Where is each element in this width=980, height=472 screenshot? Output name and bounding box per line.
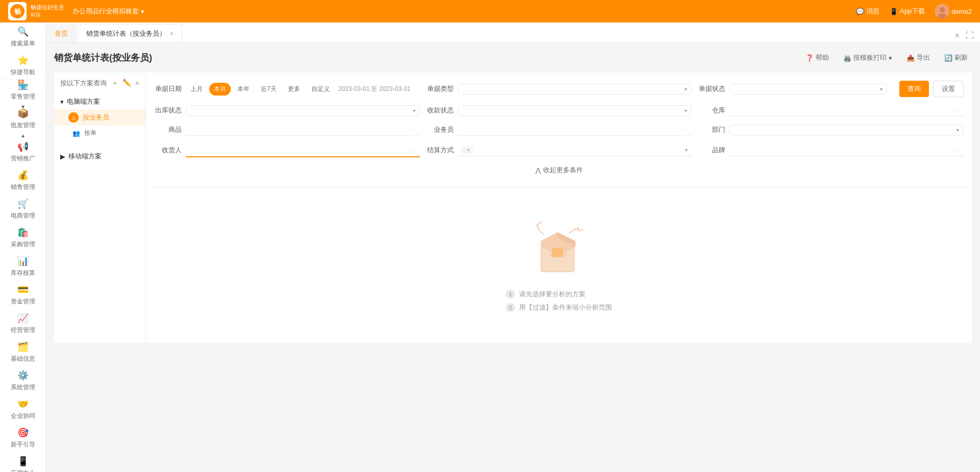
sidebar-basic-label: 基础信息: [11, 355, 35, 363]
brand-dots-icon[interactable]: ···: [954, 146, 960, 154]
settlement-arrow-icon: ▾: [685, 147, 688, 153]
recipient-input[interactable]: ···: [186, 143, 420, 157]
delivery-status-filter-cell: 出库状态 ▾: [154, 105, 420, 116]
settings-button[interactable]: 设置: [933, 81, 964, 97]
sidebar-item-marketing[interactable]: 📢 营销推广: [0, 137, 45, 166]
workplace-selector[interactable]: 办公用品行业模拟账套 ▾: [72, 7, 144, 16]
settlement-tag-close[interactable]: ×: [467, 147, 470, 153]
recipient-dots-icon[interactable]: ···: [410, 146, 416, 154]
wholesale-icon: 📦: [17, 108, 29, 119]
retail-icon: 🏪: [17, 79, 29, 90]
sidebar-item-operations[interactable]: 📈 经营管理: [0, 309, 45, 338]
template-print-button[interactable]: 🖨️ 按模板打印 ▾: [839, 51, 896, 64]
sidebar-purchase-label: 采购管理: [11, 240, 35, 249]
delivery-status-label: 出库状态: [154, 106, 182, 115]
tab-close-icon[interactable]: ×: [170, 30, 174, 37]
salesperson-dots-icon[interactable]: ···: [682, 126, 688, 133]
brand-subtitle: 标版: [31, 11, 64, 18]
two-panel: 按以下方案查询 ＋ ✏️ « ▾ 电脑端方案: [54, 73, 972, 343]
sidebar-item-search-menu[interactable]: 🔍 搜索菜单: [0, 22, 45, 51]
print-arrow-icon: ▾: [889, 54, 892, 62]
refresh-button[interactable]: 🔄 刷新: [940, 51, 972, 64]
export-button[interactable]: 📤 导出: [902, 51, 934, 64]
mobile-scheme-header[interactable]: ▶ 移动端方案: [54, 149, 145, 164]
recipient-label: 收货人: [154, 146, 182, 155]
department-label: 部门: [698, 125, 725, 134]
edit-scheme-button[interactable]: ✏️: [122, 79, 131, 88]
scheme-order-label: 按单: [84, 129, 96, 137]
svg-rect-12: [552, 248, 563, 257]
sidebar-item-newbie[interactable]: 🎯 新手引导: [0, 423, 45, 452]
scheme-item-by-salesperson[interactable]: 人 按业务员: [54, 109, 145, 126]
filter-area: 单据日期 上月 本月 本年 近7天 更多 自定义 2023-03-01 至 20…: [146, 73, 972, 187]
sidebar-item-cooperation[interactable]: 🤝 企业协同: [0, 395, 45, 423]
date-btn-last-7-days[interactable]: 近7天: [256, 83, 281, 96]
warehouse-input[interactable]: ···: [729, 104, 964, 116]
sidebar-item-app-center[interactable]: 📱 应用中心: [0, 452, 45, 472]
brand-input[interactable]: ···: [729, 144, 964, 156]
close-tab-button[interactable]: ×: [953, 29, 962, 42]
payment-status-select[interactable]: ▾: [458, 105, 692, 116]
message-button[interactable]: 💬 消息: [856, 7, 879, 16]
warehouse-filter-cell: 仓库 ···: [698, 104, 964, 116]
collapse-scheme-button[interactable]: «: [135, 79, 139, 88]
workplace-area[interactable]: 办公用品行业模拟账套 ▾: [64, 7, 856, 16]
goods-dots-icon[interactable]: ···: [410, 126, 416, 133]
sidebar-cooperation-label: 企业协同: [11, 412, 35, 420]
sidebar-item-purchase[interactable]: 🛍️ 采购管理: [0, 223, 45, 252]
sidebar-item-finance[interactable]: 💳 资金管理: [0, 280, 45, 309]
department-select[interactable]: ▾: [729, 125, 964, 135]
order-type-label: 单据类型: [426, 84, 454, 93]
tab-sales-stat[interactable]: 销货单统计表（按业务员） ×: [78, 24, 182, 42]
date-btn-more[interactable]: 更多: [283, 83, 305, 96]
empty-tip-2: 2 用【过滤】条件来缩小分析范围: [506, 303, 612, 312]
sidebar-marketing-label: 营销推广: [11, 154, 35, 163]
salesperson-filter-cell: 业务员 ···: [426, 124, 692, 136]
sidebar-item-wholesale[interactable]: 📦 批发管理 ▴: [0, 109, 45, 137]
page-header: 销货单统计表(按业务员) ❓ 帮助 🖨️ 按模板打印 ▾ 📤: [54, 51, 972, 64]
fullscreen-button[interactable]: ⛶: [964, 29, 976, 42]
date-btn-this-year[interactable]: 本年: [233, 83, 254, 96]
refresh-label: 刷新: [954, 53, 968, 62]
left-panel-header: 按以下方案查询 ＋ ✏️ «: [54, 79, 145, 88]
date-btn-last-month[interactable]: 上月: [186, 83, 207, 96]
sidebar-item-basic[interactable]: 🗂️ 基础信息: [0, 338, 45, 366]
tab-home[interactable]: 首页: [46, 24, 77, 42]
sidebar-item-inventory[interactable]: 📊 库存核算: [0, 252, 45, 280]
sidebar-search-label: 搜索菜单: [11, 39, 35, 48]
top-bar-right: 💬 消息 📱 App下载 demo2: [856, 4, 972, 18]
date-btn-custom[interactable]: 自定义: [307, 83, 334, 96]
help-button[interactable]: ❓ 帮助: [801, 51, 833, 64]
user-profile[interactable]: demo2: [935, 4, 972, 18]
sidebar-item-retail[interactable]: 🏪 零售管理 ▾: [0, 80, 45, 109]
app-download-button[interactable]: 📱 App下载: [890, 7, 925, 16]
collapse-button[interactable]: ⋀ 收起更多条件: [154, 161, 964, 179]
delivery-status-select[interactable]: ▾: [186, 105, 420, 116]
date-btn-this-month[interactable]: 本月: [209, 83, 231, 96]
order-type-select[interactable]: ▾: [458, 84, 692, 95]
print-icon: 🖨️: [843, 54, 851, 62]
left-panel-actions: ＋ ✏️ «: [111, 79, 139, 88]
goods-input[interactable]: ···: [186, 124, 420, 136]
warehouse-dots-icon[interactable]: ···: [954, 106, 960, 114]
left-panel-title: 按以下方案查询: [60, 79, 107, 88]
query-button[interactable]: 查询: [899, 81, 929, 97]
svg-text:畅: 畅: [14, 8, 21, 15]
sidebar-item-system[interactable]: ⚙️ 系统管理: [0, 366, 45, 395]
sidebar-item-sales[interactable]: 💰 销售管理: [0, 166, 45, 195]
right-panel: 单据日期 上月 本月 本年 近7天 更多 自定义 2023-03-01 至 20…: [146, 73, 972, 343]
salesperson-input[interactable]: ···: [458, 124, 692, 136]
add-scheme-button[interactable]: ＋: [111, 79, 118, 88]
date-filter-label: 单据日期: [154, 84, 182, 93]
warehouse-label: 仓库: [698, 106, 725, 115]
brand-name: 畅捷信好生意: [31, 4, 64, 11]
workplace-label: 办公用品行业模拟账套: [72, 7, 139, 16]
desktop-scheme-header[interactable]: ▾ 电脑端方案: [54, 94, 145, 109]
sidebar-system-label: 系统管理: [11, 383, 35, 392]
settlement-select[interactable]: × ▾: [458, 144, 692, 156]
scheme-sub-item-by-order[interactable]: 👥 按单: [54, 126, 145, 140]
order-status-select[interactable]: ▾: [729, 84, 887, 95]
sidebar-item-quick-nav[interactable]: ⭐ 快捷导航: [0, 51, 45, 80]
sidebar-item-ecommerce[interactable]: 🛒 电商管理: [0, 195, 45, 223]
content-area: 首页 销货单统计表（按业务员） × × ⛶ 销货单统计表(按业务员): [46, 22, 980, 472]
